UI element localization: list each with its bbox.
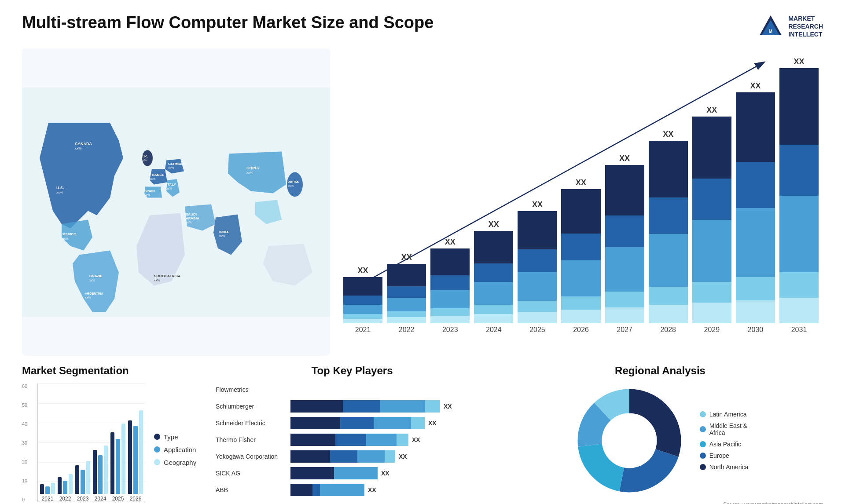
header: Multi-stream Flow Computer Market Size a… — [22, 13, 823, 40]
bar-2028: XX 2028 — [649, 57, 688, 334]
seg-year-2021: 2021 — [42, 496, 54, 502]
legend-asia-pacific: Asia Pacific — [700, 441, 749, 448]
svg-text:ITALY: ITALY — [166, 183, 176, 186]
seg-year-2025: 2025 — [112, 496, 124, 502]
segment-title: Market Segmentation — [22, 365, 207, 377]
source-text: Source : www.marketresearchintellect.com — [497, 501, 823, 504]
bottom-section: Market Segmentation 0 10 20 30 40 50 60 — [22, 365, 823, 504]
legend-type-label: Type — [164, 433, 178, 441]
bar-2025: XX 2025 — [518, 57, 557, 334]
bar-2021: XX 2021 — [343, 57, 382, 334]
svg-text:xx%: xx% — [166, 187, 172, 190]
bar-2031: XX 2031 — [779, 57, 819, 334]
legend-latin-america-dot — [700, 411, 706, 417]
player-bar-flowmetrics — [290, 383, 489, 396]
bar-year-2026: 2026 — [573, 326, 589, 334]
svg-text:xx%: xx% — [246, 171, 253, 175]
seg-b2-2026 — [133, 426, 137, 494]
svg-text:xx%: xx% — [186, 221, 191, 224]
bar-label-2027: XX — [619, 154, 630, 163]
player-val-thermo: XX — [412, 436, 420, 443]
seg-b1-2021 — [40, 484, 44, 494]
player-name-schneider: Schneider Electric — [216, 420, 286, 427]
bar-2022: XX 2022 — [387, 57, 426, 334]
bar-label-2022: XX — [401, 253, 412, 262]
legend-latin-america: Latin America — [700, 411, 749, 418]
bar-label-2029: XX — [706, 106, 717, 115]
bar-2027: XX 2027 — [605, 57, 644, 334]
legend-type: Type — [154, 433, 207, 441]
seg-b1-2022 — [58, 477, 62, 494]
player-list: Flowmetrics Schlumberger XX — [216, 383, 489, 496]
bar-2024: XX 2024 — [474, 57, 513, 334]
legend-latin-america-label: Latin America — [709, 411, 747, 418]
player-name-thermo: Thermo Fisher — [216, 436, 286, 443]
legend-middle-east-label: Middle East &Africa — [709, 422, 747, 436]
player-val-sick: XX — [381, 470, 389, 477]
svg-text:U.K.: U.K. — [141, 154, 148, 158]
seg-year-2023: 2023 — [77, 496, 89, 502]
player-bar-yokogawa: XX — [290, 450, 489, 463]
player-val-schneider: XX — [428, 420, 437, 427]
seg-year-2026: 2026 — [130, 496, 142, 502]
svg-text:xx%: xx% — [150, 177, 155, 180]
seg-bar-2025: 2025 — [110, 383, 125, 502]
svg-text:xx%: xx% — [75, 146, 81, 150]
bar-year-2029: 2029 — [704, 326, 720, 334]
svg-text:xx%: xx% — [288, 184, 294, 187]
legend-geography: Geography — [154, 459, 207, 466]
seg-b2-2024 — [98, 455, 102, 494]
svg-text:SAUDI: SAUDI — [186, 212, 197, 216]
bar-label-2024: XX — [489, 220, 499, 229]
bar-2030: XX 2030 — [736, 57, 775, 334]
seg-b1-2026 — [128, 420, 132, 494]
player-row-thermo: Thermo Fisher XX — [216, 434, 489, 446]
player-val-schlumberger: XX — [444, 403, 452, 410]
legend-geography-dot — [154, 459, 160, 465]
seg-b1-2024 — [93, 450, 97, 494]
bar-chart-container: XX 2021 XX — [339, 48, 823, 356]
bar-year-2028: 2028 — [660, 326, 676, 334]
legend-geography-label: Geography — [164, 459, 196, 466]
logo-icon: M — [757, 13, 784, 40]
player-row-flowmetrics: Flowmetrics — [216, 383, 489, 396]
player-name-yokogawa: Yokogawa Corporation — [216, 453, 286, 460]
legend-middle-east: Middle East &Africa — [700, 422, 749, 436]
bar-chart-bars: XX 2021 XX — [343, 57, 819, 334]
logo-text: MARKET RESEARCH INTELLECT — [788, 15, 823, 39]
legend-asia-pacific-label: Asia Pacific — [709, 441, 741, 448]
seg-b1-2025 — [110, 432, 114, 494]
seg-b2-2023 — [81, 470, 84, 494]
main-container: Multi-stream Flow Computer Market Size a… — [0, 0, 845, 504]
svg-text:xx%: xx% — [141, 159, 147, 162]
donut-area: Latin America Middle East &Africa Asia P… — [497, 383, 823, 498]
bar-label-2030: XX — [750, 81, 760, 91]
seg-b3-2023 — [86, 461, 90, 494]
seg-bar-2022: 2022 — [58, 383, 73, 502]
bar-label-2028: XX — [663, 130, 673, 139]
svg-text:BRAZIL: BRAZIL — [89, 274, 102, 278]
bar-label-2021: XX — [358, 266, 368, 275]
segment-panel: Market Segmentation 0 10 20 30 40 50 60 — [22, 365, 207, 504]
player-name-sick: SICK AG — [216, 470, 286, 477]
bar-label-2026: XX — [576, 178, 586, 187]
page-title: Multi-stream Flow Computer Market Size a… — [22, 13, 434, 32]
svg-text:xx%: xx% — [154, 279, 160, 282]
player-val-abb: XX — [368, 486, 376, 493]
bar-label-2023: XX — [445, 237, 456, 247]
key-players-title: Top Key Players — [216, 365, 489, 377]
seg-y-axis: 0 10 20 30 40 50 60 — [22, 383, 27, 502]
svg-text:xx%: xx% — [168, 166, 174, 169]
seg-bar-2023: 2023 — [75, 383, 90, 502]
svg-text:xx%: xx% — [85, 296, 91, 299]
seg-year-2022: 2022 — [59, 496, 71, 502]
seg-b3-2026 — [139, 410, 143, 494]
seg-b3-2025 — [121, 424, 125, 494]
donut-chart-svg — [572, 383, 687, 498]
legend-europe-dot — [700, 453, 706, 459]
svg-text:xx%: xx% — [56, 190, 63, 194]
legend-type-dot — [154, 434, 160, 440]
seg-bar-2026: 2026 — [128, 383, 143, 502]
regional-title: Regional Analysis — [497, 365, 823, 377]
player-bar-schneider: XX — [290, 417, 489, 429]
